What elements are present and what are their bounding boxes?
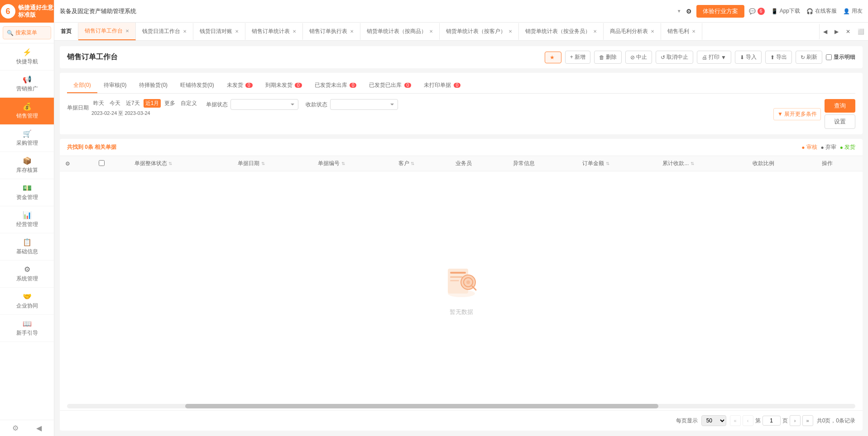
print-button[interactable]: 🖨 打印 ▼ [697, 51, 731, 64]
header-settings-icon[interactable]: ⚙ [686, 8, 692, 15]
sidebar-item-guide[interactable]: 📖 新手引导 [0, 315, 54, 342]
ai-generate-button[interactable]: ★ [545, 52, 561, 63]
ship-action-button[interactable]: ● 发货 [840, 143, 855, 151]
tab-sales-more[interactable]: 销售毛利 ✕ [661, 23, 702, 40]
sidebar-item-quick-nav[interactable]: ⚡ 快捷导航 [0, 43, 54, 71]
page-prev-button[interactable]: ‹ [743, 415, 753, 426]
date-opt-more[interactable]: 更多 [163, 99, 177, 108]
sidebar-item-cooperation[interactable]: 🤝 企业协同 [0, 288, 54, 315]
import-button[interactable]: ⬇ 导入 [735, 51, 762, 64]
query-button[interactable]: 查询 [825, 99, 855, 113]
user-menu[interactable]: 👤 用友 [843, 7, 863, 15]
experience-button[interactable]: 体验行业方案 [696, 5, 744, 18]
tab-close-product-margin[interactable]: ✕ [651, 29, 654, 34]
status-select[interactable] [230, 99, 298, 110]
sidebar-item-system[interactable]: ⚙ 系统管理 [0, 261, 54, 288]
tab-scroll-right[interactable]: ▶ [831, 24, 842, 39]
page-first-button[interactable]: « [730, 415, 741, 426]
sub-tab-overdue[interactable]: 到期未发货 0 [259, 78, 308, 93]
payment-select[interactable] [330, 99, 398, 110]
tab-sales-summary-staff[interactable]: 销货单统计表（按业务员） ✕ [519, 23, 604, 40]
date-opt-7days[interactable]: 近7天 [124, 99, 142, 108]
system-dropdown-icon[interactable]: ▼ [677, 9, 681, 14]
sidebar-item-sales[interactable]: 💰 销售管理 [0, 98, 54, 125]
sub-tab-pending-review[interactable]: 待审核(0) [97, 78, 133, 93]
tab-close-sales-exec[interactable]: ✕ [350, 29, 354, 34]
tab-maximize[interactable]: ⬜ [854, 24, 868, 39]
col-staff[interactable]: 业务员 [450, 156, 508, 171]
tab-close-sales-summary-product[interactable]: ✕ [429, 29, 433, 34]
sub-tab-all[interactable]: 全部(0) [67, 78, 97, 93]
select-all-checkbox[interactable] [99, 160, 105, 166]
sub-tab-pending-inspection[interactable]: 待择验货(0) [133, 78, 174, 93]
col-status[interactable]: 单据整体状态 ⇅ [129, 156, 232, 171]
review-action-button[interactable]: ● 审核 [801, 143, 817, 151]
date-opt-custom[interactable]: 自定义 [179, 99, 199, 108]
tab-sales-summary-customer[interactable]: 销货单统计表（按客户） ✕ [440, 23, 519, 40]
tab-close-sales-stat[interactable]: ✕ [293, 29, 296, 34]
cancel-review-button[interactable]: ● 弃审 [821, 143, 836, 151]
stop-button[interactable]: ⊘ 中止 [625, 51, 652, 64]
col-date[interactable]: 单据日期 ⇅ [232, 156, 312, 171]
col-exception[interactable]: 异常信息 [508, 156, 577, 171]
refresh-button[interactable]: ↻ 刷新 [796, 51, 822, 64]
message-button[interactable]: 💬 6 [749, 8, 765, 15]
sub-tab-shipped-warehoused[interactable]: 已发货已出库 0 [363, 78, 417, 93]
tab-scroll-left[interactable]: ◀ [820, 24, 831, 39]
page-next-button[interactable]: › [790, 415, 801, 426]
col-number[interactable]: 单据编号 ⇅ [312, 156, 393, 171]
tab-close-sales-summary-staff[interactable]: ✕ [593, 29, 597, 34]
search-menu-button[interactable]: 🔍 搜索菜单 [3, 26, 51, 39]
add-button[interactable]: + 新增 [565, 51, 590, 64]
export-button[interactable]: ⬆ 导出 [765, 51, 792, 64]
online-service-button[interactable]: 🎧 在线客服 [806, 7, 837, 15]
col-collected[interactable]: 累计收款... ⇅ [657, 156, 747, 171]
tab-close-sales-order[interactable]: ✕ [125, 28, 129, 33]
tab-cash-daily[interactable]: 钱货日清工作台 ✕ [136, 23, 193, 40]
col-settings[interactable]: ⚙ [60, 156, 93, 171]
sub-tab-not-printed[interactable]: 未打印单据 0 [417, 78, 467, 93]
tab-close-sales-more[interactable]: ✕ [692, 29, 695, 34]
settings-button[interactable]: ⚙ [12, 424, 19, 432]
tab-cash-reconcile[interactable]: 钱货日清对账 ✕ [193, 23, 245, 40]
expand-more-button[interactable]: ▼ 展开更多条件 [773, 108, 821, 120]
tab-home[interactable]: 首页 [54, 23, 78, 40]
cancel-stop-button[interactable]: ↺ 取消中止 [656, 51, 693, 64]
date-opt-yesterday[interactable]: 昨天 [91, 99, 106, 108]
tab-close-sales-summary-customer[interactable]: ✕ [508, 29, 512, 34]
tab-sales-summary-product[interactable]: 销货单统计表（按商品） ✕ [360, 23, 440, 40]
settings-button-filter[interactable]: 设置 [825, 114, 855, 129]
sidebar-item-finance[interactable]: 💵 资金管理 [0, 179, 54, 206]
tab-close-cash-daily[interactable]: ✕ [183, 29, 187, 34]
tab-sales-order[interactable]: 销售订单工作台 ✕ [78, 23, 136, 40]
tab-close-cash-reconcile[interactable]: ✕ [235, 29, 239, 34]
date-opt-1month[interactable]: 近1月 [144, 99, 161, 108]
tab-sales-stat[interactable]: 销售订单统计表 ✕ [245, 23, 303, 40]
show-detail-checkbox[interactable] [826, 54, 832, 60]
horizontal-scrollbar[interactable] [67, 404, 855, 408]
tab-product-margin[interactable]: 商品毛利分析表 ✕ [604, 23, 661, 40]
collapse-button[interactable]: ◀ [36, 424, 42, 432]
date-opt-today[interactable]: 今天 [108, 99, 122, 108]
sidebar-item-inventory[interactable]: 📦 库存核算 [0, 152, 54, 179]
overdue-badge: 0 [295, 83, 302, 88]
tab-sales-exec[interactable]: 销售订单执行表 ✕ [303, 23, 360, 40]
tab-close-all[interactable]: ✕ [842, 24, 854, 39]
sub-tab-wangpu[interactable]: 旺铺待发货(0) [174, 78, 221, 93]
col-amount[interactable]: 订单金额 ⇅ [577, 156, 657, 171]
page-last-button[interactable]: » [802, 415, 813, 426]
col-ratio[interactable]: 收款比例 [747, 156, 816, 171]
app-download-button[interactable]: 📱 App下载 [771, 7, 800, 15]
sidebar-item-marketing[interactable]: 📢 营销推广 [0, 71, 54, 98]
sidebar-item-operations[interactable]: 📊 经营管理 [0, 206, 54, 233]
col-customer[interactable]: 客户 ⇅ [393, 156, 450, 171]
sub-tab-not-shipped[interactable]: 未发货 0 [221, 78, 259, 93]
show-detail-label[interactable]: 显示明细 [826, 53, 855, 61]
scrollbar-thumb[interactable] [185, 404, 658, 408]
page-input[interactable] [762, 416, 781, 426]
delete-button[interactable]: 🗑 删除 [594, 51, 622, 64]
page-size-select[interactable]: 50 100 200 [701, 415, 726, 426]
sub-tab-shipped-not-warehoused[interactable]: 已发货未出库 0 [308, 78, 363, 93]
sidebar-item-purchase[interactable]: 🛒 采购管理 [0, 125, 54, 152]
sidebar-item-basic[interactable]: 📋 基础信息 [0, 233, 54, 261]
